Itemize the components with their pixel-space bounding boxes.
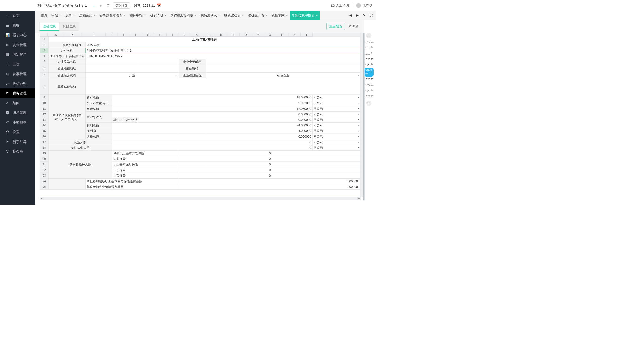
year-option[interactable]: 2023年 xyxy=(364,77,374,82)
cell-value[interactable]: 2022年度 xyxy=(85,42,361,48)
tab[interactable]: 发票✕ xyxy=(63,11,77,20)
sidebar-item[interactable]: ⎘发票管理 xyxy=(0,69,35,79)
dropdown-cell[interactable]: 不公示 xyxy=(312,106,361,111)
tab[interactable]: 纳税统计表✕ xyxy=(246,11,269,20)
dropdown-cell[interactable]: 私营企业 xyxy=(206,72,361,78)
cell-value[interactable] xyxy=(85,78,361,94)
panel-collapse-handle[interactable] xyxy=(363,33,365,200)
row-header[interactable]: 7 xyxy=(40,72,48,78)
cell-value[interactable]: 18.050000 xyxy=(112,95,312,100)
dropdown-cell[interactable]: 不公示 xyxy=(312,134,361,139)
switch-old-version-button[interactable]: 切到旧版 xyxy=(113,2,130,8)
tab[interactable]: 首页 xyxy=(39,11,49,20)
year-option[interactable]: 2018年 xyxy=(364,45,374,51)
subtab[interactable]: 其他信息 xyxy=(59,22,79,30)
cell-value[interactable]: 0.000000 xyxy=(112,134,312,139)
sidebar-item[interactable]: ✓结账 xyxy=(0,98,35,108)
cell-value[interactable]: 0.000000 xyxy=(112,111,312,117)
year-option[interactable]: 2022年 xyxy=(364,68,374,77)
sidebar-item[interactable]: ☰总账 xyxy=(0,21,35,30)
user-avatar[interactable] xyxy=(356,3,361,8)
dropdown-cell[interactable]: 不公示 xyxy=(312,100,361,106)
row-header[interactable]: 19 xyxy=(40,151,48,156)
account-settings-button[interactable]: ⚙ xyxy=(106,3,110,7)
sidebar-item[interactable]: ✿税务管理 xyxy=(0,88,35,98)
cell-value[interactable] xyxy=(85,59,179,64)
col-header[interactable]: N xyxy=(227,33,239,37)
dropdown-cell[interactable]: 开业 xyxy=(85,72,179,78)
cell-value[interactable]: 0 xyxy=(179,173,361,178)
tabs-expand-button[interactable]: ⛶ xyxy=(370,13,373,17)
dropdown-cell[interactable]: 不公示 xyxy=(312,139,361,145)
tab[interactable]: 税务申报✕ xyxy=(128,11,148,20)
year-option[interactable]: 2021年 xyxy=(364,62,374,68)
col-header[interactable]: Q xyxy=(264,33,276,37)
sidebar-item[interactable]: ⇄进销台账 xyxy=(0,79,35,88)
tab[interactable]: 税检专家✕ xyxy=(269,11,290,20)
col-header[interactable]: I xyxy=(167,33,179,37)
sidebar-item[interactable]: ⚑新手引导 xyxy=(0,137,35,147)
row-header[interactable]: 10 xyxy=(40,100,48,106)
cell-value[interactable]: 9.992000 xyxy=(112,100,312,106)
cell-value[interactable]: 12.050000 xyxy=(112,106,312,111)
close-icon[interactable]: ✕ xyxy=(316,14,318,17)
year-option[interactable]: 2017年 xyxy=(364,39,374,45)
row-header[interactable]: 11 xyxy=(40,106,48,111)
col-header[interactable]: O xyxy=(240,33,252,37)
cell-value[interactable] xyxy=(85,64,179,72)
row-header[interactable]: 1 xyxy=(40,37,48,42)
dropdown-cell[interactable]: 不公示 xyxy=(312,117,361,123)
tab[interactable]: 申报✕ xyxy=(49,11,63,20)
sidebar-item[interactable]: 🗄归档管理 xyxy=(0,108,35,117)
dropdown-cell[interactable]: 不公示 xyxy=(312,128,361,134)
tabs-next-button[interactable]: ▶ xyxy=(356,13,359,17)
row-header[interactable]: 13 xyxy=(40,117,48,123)
tab[interactable]: 存货别名对照表✕ xyxy=(98,11,128,20)
col-header[interactable]: K xyxy=(191,33,203,37)
sidebar-item[interactable]: ⌂首页 xyxy=(0,11,35,20)
col-header[interactable]: F xyxy=(130,33,142,37)
tabs-prev-button[interactable]: ◀ xyxy=(349,13,352,17)
cell-value[interactable]: 91320811MA7NGR2W6R xyxy=(85,53,361,59)
col-header[interactable]: T xyxy=(301,33,313,37)
row-header[interactable]: 22 xyxy=(40,167,48,173)
dropdown-cell[interactable]: 不公示 xyxy=(312,123,361,128)
tab[interactable]: 税表清册✕ xyxy=(148,11,169,20)
dropdown-cell[interactable]: 不公示 xyxy=(312,95,361,100)
cell-value[interactable] xyxy=(206,59,361,64)
dropdown-cell[interactable]: 不公示 xyxy=(312,111,361,117)
col-header[interactable]: J xyxy=(179,33,191,37)
close-icon[interactable]: ✕ xyxy=(93,14,96,17)
refresh-button[interactable]: ⟳ 刷新 xyxy=(349,24,359,28)
sidebar-item[interactable]: 📊报表中心 xyxy=(0,30,35,40)
add-account-button[interactable]: ＋ xyxy=(99,3,103,8)
reset-report-button[interactable]: 重置报表 xyxy=(326,23,345,30)
cell-value[interactable]: 0.000000 xyxy=(179,184,361,190)
col-header[interactable]: M xyxy=(215,33,227,37)
cell-value[interactable]: 0 xyxy=(179,162,361,167)
tab[interactable]: 进销台账✕ xyxy=(77,11,98,20)
col-header[interactable]: L xyxy=(203,33,215,37)
col-header[interactable]: C xyxy=(81,33,106,37)
sidebar-item[interactable]: ↺小畅报销 xyxy=(0,118,35,127)
col-header[interactable]: B xyxy=(64,33,81,37)
row-header[interactable]: 24 xyxy=(40,178,48,184)
tab[interactable]: 所得税汇算清缴✕ xyxy=(169,11,199,20)
row-header[interactable]: 8 xyxy=(40,78,48,94)
year-down-button[interactable]: ﹀ xyxy=(366,101,371,106)
col-header[interactable]: S xyxy=(288,33,300,37)
close-icon[interactable]: ✕ xyxy=(124,14,126,17)
cell-value[interactable] xyxy=(206,64,361,72)
row-header[interactable]: 9 xyxy=(40,95,48,100)
cell-value[interactable]: -4.000000 xyxy=(112,123,312,128)
year-up-button[interactable]: ︿ xyxy=(366,33,371,38)
vertical-scrollbar[interactable] xyxy=(360,33,363,197)
year-option[interactable]: 2020年 xyxy=(364,57,374,62)
cell-value[interactable]: 0 xyxy=(179,167,361,173)
cell-value[interactable]: 0 xyxy=(179,151,361,156)
sidebar-item[interactable]: V畅会员 xyxy=(0,147,35,156)
row-header[interactable]: 6 xyxy=(40,64,48,72)
row-header[interactable]: 17 xyxy=(40,139,48,145)
row-header[interactable]: 25 xyxy=(40,184,48,190)
row-header[interactable]: 12 xyxy=(40,111,48,117)
